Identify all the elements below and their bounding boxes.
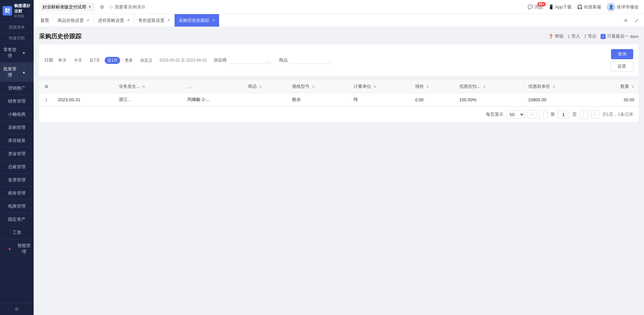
sidebar-item-invoice[interactable]: 发票管理: [0, 174, 34, 187]
checkbox-icon: ✓: [601, 34, 606, 39]
page-content: 采购历史价跟踪 ❓ 帮助 ⤵ 导入 ⤴ 导出 ✓ 只看最后一 item: [34, 27, 644, 315]
chevron-down-icon: ▼: [17, 51, 31, 55]
col-quantity[interactable]: 数量 ⇅: [594, 80, 638, 93]
row-pre-discount-price: 10900.00: [524, 93, 594, 106]
col-spec[interactable]: 规格型号 ⇅: [288, 80, 350, 93]
date-btn-last7days[interactable]: 近7天: [87, 57, 103, 64]
tab-sale-extract-label: 售价提取设置: [138, 18, 165, 24]
date-btn-yesterday[interactable]: 昨天: [56, 57, 69, 64]
col-quote[interactable]: 报价 ⇅: [411, 80, 455, 93]
tabs-controls: ✕ ⤢: [621, 16, 641, 25]
user-menu[interactable]: 👤 徐泽华修改: [607, 3, 639, 11]
sidebar-settings[interactable]: ⚙: [0, 303, 34, 315]
tab-purchase-history[interactable]: 采购历史价跟踪 ✕: [175, 14, 219, 27]
mobile-icon: 📱: [548, 4, 554, 9]
date-btn-custom[interactable]: 自定义: [138, 57, 155, 64]
tab-price-settings[interactable]: 商品价格设置 ✕: [53, 14, 94, 27]
sidebar-item-fixed-assets[interactable]: 固定资产: [0, 213, 34, 226]
first-page-button[interactable]: ⟨⟨: [528, 110, 536, 119]
page-header: 采购历史价跟踪 ❓ 帮助 ⤵ 导入 ⤴ 导出 ✓ 只看最后一 item: [39, 32, 639, 40]
tab-sale-extract[interactable]: 售价提取设置 ✕: [134, 14, 175, 27]
close-icon[interactable]: ✕: [167, 18, 170, 23]
filter-settings-button[interactable]: 设置: [610, 61, 633, 71]
sidebar-item-wholesale[interactable]: 批发管理 ▲: [0, 63, 34, 82]
pagination: 每页显示 50 20 100 ⟨⟨ ⟨ 第 页 ⟩ ⟩⟩ 共1页，1条记录: [39, 106, 639, 122]
col-pre-discount-price[interactable]: 优惠前单价 ⇅: [524, 80, 594, 93]
message-badge: 99+: [537, 2, 546, 6]
topbar-settings-button[interactable]: ⚙: [98, 2, 107, 12]
app-download-button[interactable]: 📱 App下载: [548, 4, 572, 10]
date-btn-today[interactable]: 今天: [71, 57, 85, 64]
supplier-input[interactable]: [231, 58, 265, 63]
quick-nav[interactable]: 快捷导航: [0, 33, 34, 43]
tab-purchase-strategy[interactable]: 进价策略设置 ✕: [94, 14, 134, 27]
sidebar-item-general-ledger[interactable]: 总账管理: [0, 161, 34, 174]
col-discount-pct[interactable]: 优惠折扣... ⇅: [455, 80, 524, 93]
import-button[interactable]: ⤵ 导入: [568, 33, 580, 39]
product-filter-label: 商品: [279, 57, 288, 63]
row-index: 1: [39, 93, 54, 106]
col-settings[interactable]: ⚙: [39, 80, 54, 93]
close-icon[interactable]: ✕: [127, 18, 130, 23]
next-page-button[interactable]: ⟩: [579, 110, 588, 119]
close-icon[interactable]: ✕: [86, 18, 90, 23]
last-page-button[interactable]: ⟩⟩: [591, 110, 600, 119]
tab-home[interactable]: 首页: [36, 14, 53, 27]
sidebar-item-smart-mgmt[interactable]: ● 智能管理: [0, 239, 34, 258]
version-selector[interactable]: 好业财标准版交付试用 ▼: [39, 3, 95, 11]
tab-price-settings-label: 商品价格设置: [58, 18, 84, 24]
search-menu[interactable]: 搜索菜单: [0, 22, 34, 33]
col-unit[interactable]: 计量单位 ⇅: [350, 80, 411, 93]
date-btn-more[interactable]: 更多: [122, 57, 136, 64]
product-input[interactable]: [292, 58, 326, 63]
export-icon: ⤴: [584, 34, 586, 39]
per-page-select[interactable]: 50 20 100: [506, 110, 525, 119]
sidebar-item-salary[interactable]: 工资: [0, 226, 34, 239]
filter-action-buttons: 查询 设置: [608, 49, 633, 71]
sort-icon: ⇅: [373, 85, 376, 89]
help-button[interactable]: ❓ 帮助: [548, 33, 564, 39]
close-icon[interactable]: ✕: [212, 18, 215, 23]
sidebar-item-retail[interactable]: 零售管理 ▼: [0, 43, 34, 63]
gear-icon: ⚙: [100, 4, 104, 10]
supplier-more-button[interactable]: ...: [266, 58, 271, 63]
sort-icon: ⇅: [259, 85, 262, 89]
page-input[interactable]: [558, 111, 570, 118]
sidebar-item-ecom[interactable]: 电商管理: [0, 200, 34, 213]
online-service-button[interactable]: 🎧 在线客服: [577, 4, 601, 10]
prev-page-button[interactable]: ⟨: [539, 110, 548, 119]
play-icon: ⊙: [110, 4, 113, 9]
sidebar-item-ecom-small[interactable]: 小畅电商: [0, 108, 34, 121]
col-more[interactable]: ...: [183, 80, 244, 93]
row-date: 2023-05-31: [54, 93, 115, 106]
row-spec: [244, 93, 288, 106]
close-tab-button[interactable]: ✕: [621, 16, 631, 25]
only-last-item-text: item: [630, 34, 639, 39]
user-icon: 👤: [609, 5, 614, 9]
only-last-checkbox[interactable]: ✓ 只看最后一 item: [601, 33, 639, 39]
sidebar-item-purchase[interactable]: 采购管理: [0, 121, 34, 134]
col-date[interactable]: 业务发生... ⇅: [115, 80, 184, 93]
online-service-label: 在线客服: [584, 4, 601, 10]
user-name: 徐泽华修改: [617, 4, 639, 10]
sidebar-item-tax[interactable]: 税务管理: [0, 187, 34, 200]
sidebar-item-finance[interactable]: 资金管理: [0, 147, 34, 161]
data-table-wrap: ⚙ 业务发生... ⇅ ... 商品 ⇅: [39, 80, 639, 122]
product-filter-group: 商品 ...: [279, 57, 333, 64]
product-more-button[interactable]: ...: [327, 58, 331, 63]
message-button[interactable]: 💬 消息 99+: [528, 4, 543, 10]
sidebar-item-sales[interactable]: 销售管理: [0, 95, 34, 108]
date-btn-last1month[interactable]: 近1月: [105, 57, 120, 64]
sidebar-item-inventory[interactable]: 库存核算: [0, 134, 34, 147]
sidebar-item-marketing[interactable]: 营销推广: [0, 82, 34, 95]
col-product[interactable]: 商品 ⇅: [244, 80, 288, 93]
export-button[interactable]: ⤴ 导出: [584, 33, 597, 39]
top-bar: 好业财标准版交付试用 ▼ ⚙ ⊙ 我要看实例演示 💬 消息 99+ 📱 App下…: [34, 0, 644, 14]
tabs-bar: 首页 商品价格设置 ✕ 进价策略设置 ✕ 售价提取设置 ✕ 采购历史价跟踪 ✕ …: [34, 14, 644, 27]
demo-link[interactable]: ⊙ 我要看实例演示: [110, 4, 145, 10]
maximize-tab-button[interactable]: ⤢: [632, 16, 641, 25]
tab-purchase-strategy-label: 进价策略设置: [98, 18, 124, 24]
query-button[interactable]: 查询: [611, 49, 633, 59]
tab-home-label: 首页: [40, 18, 49, 24]
top-bar-right: 💬 消息 99+ 📱 App下载 🎧 在线客服 👤 徐泽华修改: [528, 3, 639, 11]
